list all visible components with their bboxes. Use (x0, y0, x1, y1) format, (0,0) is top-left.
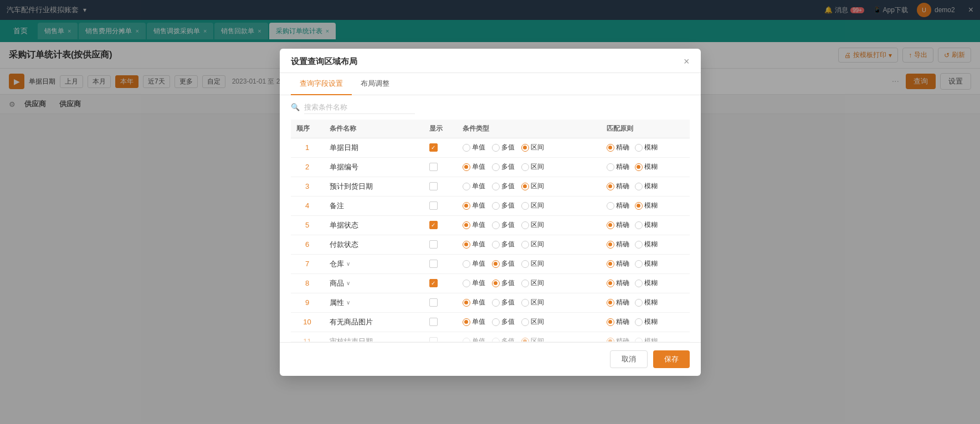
match-fuzzy[interactable]: 模糊 (635, 182, 658, 191)
radio-range[interactable]: 区间 (521, 240, 544, 249)
row-show[interactable] (424, 216, 457, 234)
radio-multi[interactable]: 多值 (492, 162, 515, 172)
radio-range[interactable]: 区间 (521, 337, 544, 342)
condition-type-group: 单值 多值 区间 (463, 317, 544, 327)
row-show[interactable] (424, 139, 457, 156)
row-show[interactable] (424, 313, 457, 330)
show-checkbox[interactable] (429, 240, 438, 249)
match-group: 精确 模糊 (607, 259, 658, 268)
radio-single[interactable]: 单值 (463, 337, 485, 342)
radio-dot (635, 318, 643, 326)
table-row: 7 仓库 ∨ 单值 (291, 255, 690, 274)
radio-multi[interactable]: 多值 (492, 317, 515, 327)
radio-dot (607, 280, 614, 287)
match-precise[interactable]: 精确 (607, 317, 629, 327)
radio-multi[interactable]: 多值 (492, 143, 515, 152)
match-precise[interactable]: 精确 (607, 240, 629, 249)
match-fuzzy[interactable]: 模糊 (635, 317, 658, 327)
show-checkbox[interactable] (429, 260, 438, 268)
row-show[interactable] (424, 255, 457, 272)
radio-range[interactable]: 区间 (521, 278, 544, 288)
show-checkbox[interactable] (429, 163, 438, 171)
show-checkbox[interactable] (429, 279, 438, 287)
show-checkbox[interactable] (429, 337, 438, 342)
radio-range[interactable]: 区间 (521, 259, 544, 268)
match-precise[interactable]: 精确 (607, 201, 629, 210)
dialog-footer: 取消 保存 (280, 342, 701, 376)
row-match: 精确 模糊 (601, 255, 701, 273)
row-show[interactable] (424, 178, 457, 195)
match-fuzzy[interactable]: 模糊 (635, 143, 658, 152)
radio-range[interactable]: 区间 (521, 182, 544, 191)
match-precise[interactable]: 精确 (607, 259, 629, 268)
row-show[interactable] (424, 158, 457, 175)
row-show[interactable] (424, 236, 457, 253)
tab-layout-adjust[interactable]: 布局调整 (352, 73, 398, 95)
show-checkbox[interactable] (429, 201, 438, 210)
match-precise[interactable]: 精确 (607, 162, 629, 172)
col-type: 条件类型 (457, 120, 601, 138)
radio-dot (521, 338, 529, 342)
radio-single[interactable]: 单值 (463, 317, 485, 327)
match-precise[interactable]: 精确 (607, 143, 629, 152)
radio-single[interactable]: 单值 (463, 182, 485, 191)
match-precise[interactable]: 精确 (607, 298, 629, 307)
radio-range[interactable]: 区间 (521, 220, 544, 230)
match-fuzzy[interactable]: 模糊 (635, 278, 658, 288)
match-fuzzy[interactable]: 模糊 (635, 220, 658, 230)
match-fuzzy[interactable]: 模糊 (635, 240, 658, 249)
radio-dot (521, 241, 529, 249)
match-precise[interactable]: 精确 (607, 278, 629, 288)
save-button[interactable]: 保存 (653, 350, 690, 368)
radio-range[interactable]: 区间 (521, 201, 544, 210)
show-checkbox[interactable] (429, 318, 438, 326)
radio-single[interactable]: 单值 (463, 162, 485, 172)
radio-range[interactable]: 区间 (521, 298, 544, 307)
radio-multi[interactable]: 多值 (492, 201, 515, 210)
row-show[interactable] (424, 333, 457, 342)
radio-range[interactable]: 区间 (521, 317, 544, 327)
match-precise[interactable]: 精确 (607, 337, 629, 342)
match-fuzzy[interactable]: 模糊 (635, 259, 658, 268)
chevron-down-icon: ∨ (346, 280, 350, 286)
row-show[interactable] (424, 294, 457, 311)
radio-multi[interactable]: 多值 (492, 298, 515, 307)
row-name: 审核结束日期 (324, 332, 424, 342)
match-fuzzy[interactable]: 模糊 (635, 337, 658, 342)
radio-single[interactable]: 单值 (463, 298, 485, 307)
tab-query-fields[interactable]: 查询字段设置 (291, 73, 352, 95)
match-precise[interactable]: 精确 (607, 220, 629, 230)
dialog-close-button[interactable]: × (684, 56, 690, 66)
radio-dot (463, 241, 470, 249)
match-fuzzy[interactable]: 模糊 (635, 162, 658, 172)
radio-range[interactable]: 区间 (521, 143, 544, 152)
radio-multi[interactable]: 多值 (492, 182, 515, 191)
radio-multi[interactable]: 多值 (492, 220, 515, 230)
match-fuzzy[interactable]: 模糊 (635, 201, 658, 210)
row-match: 精确 模糊 (601, 235, 701, 254)
show-checkbox[interactable] (429, 298, 438, 307)
radio-multi[interactable]: 多值 (492, 259, 515, 268)
radio-single[interactable]: 单值 (463, 278, 485, 288)
radio-multi[interactable]: 多值 (492, 240, 515, 249)
radio-dot (492, 318, 500, 326)
match-fuzzy[interactable]: 模糊 (635, 298, 658, 307)
radio-single[interactable]: 单值 (463, 259, 485, 268)
radio-dot (607, 260, 614, 268)
radio-range[interactable]: 区间 (521, 162, 544, 172)
radio-dot (521, 221, 529, 229)
radio-single[interactable]: 单值 (463, 220, 485, 230)
match-precise[interactable]: 精确 (607, 182, 629, 191)
row-show[interactable] (424, 275, 457, 292)
search-input[interactable] (304, 101, 415, 114)
cancel-button[interactable]: 取消 (610, 350, 648, 368)
radio-multi[interactable]: 多值 (492, 337, 515, 342)
show-checkbox[interactable] (429, 182, 438, 190)
radio-multi[interactable]: 多值 (492, 278, 515, 288)
show-checkbox[interactable] (429, 221, 438, 229)
row-show[interactable] (424, 197, 457, 214)
radio-single[interactable]: 单值 (463, 201, 485, 210)
show-checkbox[interactable] (429, 143, 438, 152)
radio-single[interactable]: 单值 (463, 143, 485, 152)
radio-single[interactable]: 单值 (463, 240, 485, 249)
